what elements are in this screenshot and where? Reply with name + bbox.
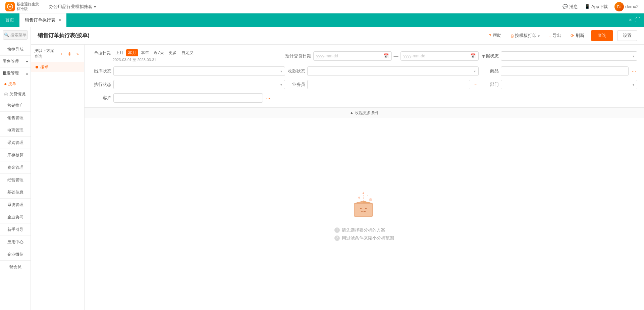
user-nav[interactable]: Ea demo2 [614, 2, 639, 11]
svg-point-5 [367, 195, 368, 196]
app-download-nav[interactable]: 📱 App下载 [585, 4, 608, 10]
query-button[interactable]: 查询 [591, 30, 613, 41]
outstock-status-select[interactable] [113, 66, 285, 76]
scheme-active-dot [36, 66, 38, 68]
sidebar-item-stock-check[interactable]: 库存核算 [0, 149, 31, 161]
date-tab-more[interactable]: 更多 [167, 49, 179, 56]
filter-row-2: 出库状态 收款状态 [91, 66, 637, 76]
sidebar-quick-nav: 快捷导航 [0, 43, 31, 56]
sidebar-item-enterprise-wechat[interactable]: 企业微信 [0, 248, 31, 260]
main-layout: 🔍 搜索菜单 快捷导航 零售管理 批发管理 ● 按单 [0, 27, 644, 310]
sidebar-marketing: 营销推广 [0, 99, 31, 112]
customer-input[interactable] [113, 93, 263, 103]
sidebar-ops: 经营管理 [0, 174, 31, 186]
filter-receipt: 收款状态 [285, 66, 479, 76]
sidebar-item-sales-mgmt[interactable]: 销售管理 [0, 112, 31, 124]
sidebar-subitem-press-order[interactable]: ● 按单 [0, 79, 31, 89]
svg-marker-2 [354, 201, 363, 203]
tab-home[interactable]: 首页 [0, 13, 19, 27]
sidebar-item-wholesale-mgmt[interactable]: 批发管理 [0, 67, 31, 79]
empty-state: 1 请先选择要分析的方案 2 用过滤条件来缩小分析范围 [334, 188, 394, 241]
tab-expand-icon[interactable]: ⛶ [635, 17, 641, 23]
header-right: 💬 消息 📱 App下载 Ea demo2 [562, 2, 639, 11]
search-icon: 🔍 [4, 33, 9, 37]
sidebar-ecom: 电商管理 [0, 124, 31, 137]
svg-marker-3 [363, 201, 373, 203]
help-button[interactable]: ? 帮助 [486, 31, 504, 40]
message-nav[interactable]: 💬 消息 [562, 4, 578, 10]
filter-doc-date: 单据日期 上月 本月 本年 近7天 更多 自定义 [91, 49, 285, 62]
date-tab-7days[interactable]: 近7天 [152, 49, 166, 56]
tab-close-window-icon[interactable]: × [629, 17, 632, 23]
panel-add-icon[interactable]: ＋ [58, 50, 65, 57]
filter-row-4: 客户 ··· [91, 93, 637, 103]
calendar-icon-2: 📅 [470, 53, 476, 58]
collapse-icon: « [76, 51, 79, 56]
settings-button[interactable]: 设置 [617, 30, 637, 41]
sidebar-item-marketing[interactable]: 营销推广 [0, 99, 31, 111]
logo-icon [5, 2, 15, 11]
filter-doc-status: 单据状态 [479, 51, 637, 61]
goods-more-icon[interactable]: ··· [631, 68, 637, 74]
export-button[interactable]: ↓ 导出 [546, 31, 564, 40]
customer-more-icon[interactable]: ··· [265, 95, 272, 101]
expected-date-end[interactable]: yyyy-mm-dd 📅 [400, 51, 479, 61]
exec-status-select[interactable] [113, 80, 285, 89]
sidebar-sys: 系统管理 [0, 199, 31, 211]
print-template-button[interactable]: ⎙ 按模板打印 [508, 31, 542, 40]
date-tab-custom[interactable]: 自定义 [179, 49, 196, 56]
date-tab-last-month[interactable]: 上月 [113, 49, 125, 56]
sidebar-item-enterprise-coop[interactable]: 企业协同 [0, 211, 31, 223]
date-tab-this-year[interactable]: 本年 [139, 49, 151, 56]
sidebar-item-basic-info[interactable]: 基础信息 [0, 186, 31, 198]
salesman-more-icon[interactable]: ··· [472, 82, 479, 87]
sidebar-item-quick-nav[interactable]: 快捷导航 [0, 43, 31, 55]
sidebar-item-app-center[interactable]: 应用中心 [0, 236, 31, 248]
panel-refresh-icon[interactable]: ◎ [66, 50, 73, 57]
panel-collapse-icon[interactable]: « [74, 50, 81, 57]
tab-close-icon[interactable]: × [59, 18, 61, 22]
filter-outstock: 出库状态 [91, 66, 285, 76]
sidebar-item-ecom-mgmt[interactable]: 电商管理 [0, 124, 31, 136]
salesman-input[interactable] [307, 80, 470, 89]
refresh-button[interactable]: ⟳ 刷新 [568, 31, 587, 40]
svg-marker-8 [362, 192, 364, 194]
goods-input[interactable] [501, 66, 629, 76]
breadcrumb[interactable]: 办公用品行业模拟账套 ▾ [49, 4, 96, 10]
collapse-bar[interactable]: ▲ 收起更多条件 [85, 108, 644, 118]
sidebar-item-member[interactable]: 畅会员 [0, 261, 31, 273]
sidebar-item-ops-mgmt[interactable]: 经营管理 [0, 174, 31, 186]
tab-sales-exec[interactable]: 销售订单执行表 × [19, 13, 66, 27]
dept-dropdown-icon [633, 83, 634, 87]
data-area: 1 请先选择要分析的方案 2 用过滤条件来缩小分析范围 [85, 119, 644, 310]
circle-refresh-icon: ◎ [68, 51, 71, 56]
sidebar-item-new-guide[interactable]: 新手引导 [0, 223, 31, 236]
date-tab-this-month[interactable]: 本月 [126, 49, 138, 56]
app-download-icon: 📱 [585, 4, 590, 9]
sidebar-fund: 资金管理 [0, 161, 31, 174]
scheme-item-press-order[interactable]: 按单 [31, 62, 84, 72]
sidebar-item-fund-mgmt[interactable]: 资金管理 [0, 161, 31, 173]
header-left: 畅捷通好生意 标准版 办公用品行业模拟账套 ▾ [5, 2, 96, 11]
sidebar-wholesale: 批发管理 ● 按单 ◎ 欠货情况 [0, 67, 31, 99]
empty-tip-1: 1 请先选择要分析的方案 [334, 227, 394, 233]
top-header: 畅捷通好生意 标准版 办公用品行业模拟账套 ▾ 💬 消息 📱 App下载 Ea … [0, 0, 644, 13]
left-panel-header: 按以下方案查询 ＋ ◎ « [31, 48, 84, 62]
expected-date-start[interactable]: yyyy-mm-dd 📅 [313, 51, 392, 61]
dept-select[interactable] [501, 80, 637, 89]
filter-salesman: 业务员 ··· [285, 80, 479, 89]
doc-status-select[interactable] [501, 51, 637, 61]
sidebar-search-area: 🔍 搜索菜单 [0, 27, 31, 43]
sidebar-app-center: 应用中心 [0, 236, 31, 248]
date-range-label: 2023-03-01 至 2023-03-31 [113, 58, 156, 62]
sidebar-item-purchase-mgmt[interactable]: 采购管理 [0, 137, 31, 149]
sidebar-search-button[interactable]: 🔍 搜索菜单 [3, 30, 28, 40]
logo-area: 畅捷通好生意 标准版 [5, 2, 39, 11]
filter-row-1: 单据日期 上月 本月 本年 近7天 更多 自定义 [91, 49, 637, 62]
svg-rect-6 [369, 198, 372, 201]
sidebar-item-retail-mgmt[interactable]: 零售管理 [0, 56, 31, 67]
sidebar-item-sys-mgmt[interactable]: 系统管理 [0, 199, 31, 211]
sidebar-subitem-owe-stock[interactable]: ◎ 欠货情况 [0, 89, 31, 99]
filter-goods: 商品 ··· [479, 66, 637, 76]
receipt-status-select[interactable] [307, 66, 479, 76]
